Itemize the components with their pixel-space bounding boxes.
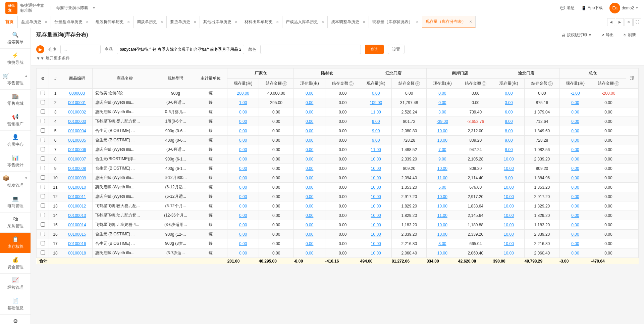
refresh-btn[interactable]: ↻ 刷新 bbox=[621, 31, 639, 39]
row-changjia-qty[interactable]: 0.00 bbox=[227, 230, 259, 239]
tab-stock-status[interactable]: 现存量（库存状况表） ✕ bbox=[369, 16, 422, 28]
row-checkbox[interactable] bbox=[37, 230, 49, 239]
sidebar-item-purchase[interactable]: 🛍 采购管理 bbox=[0, 213, 31, 233]
row-yubei-qty[interactable]: 9.00 bbox=[493, 136, 525, 145]
row-code[interactable]: 00100002 bbox=[62, 107, 93, 117]
sidebar-item-wholesale[interactable]: 📦 ▼ 批发管理 bbox=[0, 172, 31, 192]
row-changjia-qty[interactable]: 0.00 bbox=[227, 126, 259, 136]
tab-close-icon[interactable]: ✕ bbox=[194, 20, 196, 24]
tab-close-icon[interactable]: ✕ bbox=[127, 20, 130, 24]
row-lucun-qty[interactable]: 0.00 bbox=[294, 107, 325, 117]
row-checkbox[interactable] bbox=[37, 211, 49, 220]
row-nanan-qty[interactable]: 9.00 bbox=[427, 154, 458, 164]
row-code[interactable]: 00100004 bbox=[62, 126, 93, 136]
row-checkbox[interactable] bbox=[37, 107, 49, 117]
row-yubei-qty[interactable]: 9.00 bbox=[493, 173, 525, 183]
row-nanan-qty[interactable]: 3.00 bbox=[427, 107, 458, 117]
row-yubei-qty[interactable]: 3.00 bbox=[493, 98, 525, 107]
row-lucun-qty[interactable]: 0.00 bbox=[294, 117, 325, 126]
row-checkbox[interactable] bbox=[37, 145, 49, 154]
row-code[interactable]: 00100006 bbox=[62, 145, 93, 154]
row-code[interactable]: 00100013 bbox=[62, 211, 93, 220]
row-checkbox[interactable] bbox=[37, 220, 49, 230]
row-yubei-qty[interactable]: 10.00 bbox=[493, 230, 525, 239]
row-code[interactable]: 00100014 bbox=[62, 220, 93, 230]
row-changjia-qty[interactable]: 0.00 bbox=[227, 201, 259, 211]
row-changjia-qty[interactable]: 0.00 bbox=[227, 173, 259, 183]
row-lucun-qty[interactable]: 0.00 bbox=[294, 183, 325, 192]
sidebar-item-inventory[interactable]: 📋 库存核算 bbox=[0, 233, 31, 253]
row-jiangbei-qty[interactable]: 10.00 bbox=[360, 248, 392, 258]
row-code[interactable]: 00100009 bbox=[62, 173, 93, 183]
row-zongcang-qty[interactable]: 0.00 bbox=[559, 126, 591, 136]
tab-combo-split[interactable]: 组装拆卸单历史 ✕ bbox=[92, 16, 133, 28]
zongcang-info-icon[interactable]: ① bbox=[614, 81, 619, 86]
print-btn[interactable]: 🖨 按模版打印 ▼ bbox=[559, 31, 594, 39]
tab-transfer[interactable]: 调拨单历史 ✕ bbox=[133, 16, 167, 28]
row-lucun-qty[interactable]: 0.00 bbox=[294, 220, 325, 230]
row-zongcang-qty[interactable]: 0.00 bbox=[559, 211, 591, 220]
row-nanan-qty[interactable]: 10.00 bbox=[427, 126, 458, 136]
row-code[interactable]: 00100008 bbox=[62, 164, 93, 173]
row-yubei-qty[interactable]: 10.00 bbox=[493, 211, 525, 220]
row-changjia-qty[interactable]: 0.00 bbox=[227, 164, 259, 173]
row-zongcang-qty[interactable]: 0.00 bbox=[559, 201, 591, 211]
color-input[interactable] bbox=[260, 45, 361, 54]
row-code[interactable]: 0000003 bbox=[62, 89, 93, 98]
row-changjia-qty[interactable]: 0.00 bbox=[227, 117, 259, 126]
table-container[interactable]: ⚙ # 商品编码 商品名称 规格型号 主计量单位 厂家仓 陆村仓 江北门店 南岸… bbox=[31, 65, 644, 324]
row-yubei-qty[interactable]: 10.00 bbox=[493, 239, 525, 248]
sidebar-item-retail-stats[interactable]: 📊 零售统计 bbox=[0, 151, 31, 172]
tab-close-icon[interactable]: ✕ bbox=[45, 20, 47, 24]
tab-stock-dist[interactable]: 现存量（库存分布表） ✕ bbox=[422, 16, 476, 28]
row-changjia-qty[interactable]: 0.00 bbox=[227, 107, 259, 117]
row-code[interactable]: 00100010 bbox=[62, 183, 93, 192]
row-checkbox[interactable] bbox=[37, 136, 49, 145]
row-checkbox[interactable] bbox=[37, 89, 49, 98]
sidebar-item-retail-mall[interactable]: 🏬 零售商城 bbox=[0, 90, 31, 110]
row-code[interactable]: 00100003 bbox=[62, 117, 93, 126]
tab-close-icon[interactable]: ✕ bbox=[469, 20, 472, 24]
row-nanan-qty[interactable]: 10.00 bbox=[427, 230, 458, 239]
sidebar-item-ops[interactable]: 📈 经营管理 bbox=[0, 274, 31, 294]
tab-close-icon[interactable]: ✕ bbox=[363, 20, 365, 24]
tab-prev-btn[interactable]: ◀ bbox=[607, 18, 615, 26]
row-code[interactable]: 00100001 bbox=[62, 98, 93, 107]
row-jiangbei-qty[interactable]: 10.00 bbox=[360, 239, 392, 248]
row-jiangbei-qty[interactable]: 10.00 bbox=[360, 192, 392, 201]
filter-expand-btn[interactable]: ▼▼ 展开更多条件 bbox=[36, 54, 639, 62]
row-lucun-qty[interactable]: 0.00 bbox=[294, 239, 325, 248]
row-changjia-qty[interactable]: 0.00 bbox=[227, 183, 259, 192]
row-nanan-qty[interactable]: 5.00 bbox=[427, 183, 458, 192]
row-zongcang-qty[interactable]: 0.00 bbox=[559, 136, 591, 145]
row-jiangbei-qty[interactable]: 10.00 bbox=[360, 173, 392, 183]
message-btn[interactable]: 💬 消息 bbox=[560, 5, 575, 11]
tab-stock-single[interactable]: 盘点单历史 ✕ bbox=[18, 16, 51, 28]
tab-split-stock[interactable]: 分量盘点单历史 ✕ bbox=[51, 16, 92, 28]
row-nanan-qty[interactable]: 3.00 bbox=[427, 239, 458, 248]
row-yubei-qty[interactable]: 8.00 bbox=[493, 117, 525, 126]
row-nanan-qty[interactable]: 11.00 bbox=[427, 211, 458, 220]
tab-home[interactable]: 首页 bbox=[1, 16, 18, 28]
tab-req[interactable]: 要货单历史 ✕ bbox=[167, 16, 200, 28]
row-nanan-qty[interactable]: 10.00 bbox=[427, 136, 458, 145]
row-nanan-qty[interactable]: 0.00 bbox=[427, 98, 458, 107]
row-checkbox[interactable] bbox=[37, 164, 49, 173]
sidebar-item-search[interactable]: 🔍 搜索英单 bbox=[0, 28, 31, 49]
tab-close-icon[interactable]: ✕ bbox=[160, 20, 163, 24]
row-code[interactable]: 00100012 bbox=[62, 201, 93, 211]
row-nanan-qty[interactable]: 7.00 bbox=[427, 145, 458, 154]
row-lucun-qty[interactable]: 0.00 bbox=[294, 201, 325, 211]
row-lucun-qty[interactable]: 0.00 bbox=[294, 126, 325, 136]
tab-cost-adj[interactable]: 成本调整单历史 ✕ bbox=[328, 16, 369, 28]
row-changjia-qty[interactable]: 0.00 bbox=[227, 154, 259, 164]
row-jiangbei-qty[interactable]: 10.00 bbox=[360, 211, 392, 220]
row-jiangbei-qty[interactable]: 10.00 bbox=[360, 220, 392, 230]
row-jiangbei-qty[interactable]: 109.00 bbox=[360, 98, 392, 107]
row-code[interactable]: 00100007 bbox=[62, 154, 93, 164]
user-menu[interactable]: Ea demo2 ▼ bbox=[609, 3, 639, 13]
tab-close-all-btn[interactable]: ✕ bbox=[625, 18, 633, 26]
row-nanan-qty[interactable]: 10.00 bbox=[427, 192, 458, 201]
row-zongcang-qty[interactable]: 0.00 bbox=[559, 154, 591, 164]
row-code[interactable]: 00100011 bbox=[62, 192, 93, 201]
